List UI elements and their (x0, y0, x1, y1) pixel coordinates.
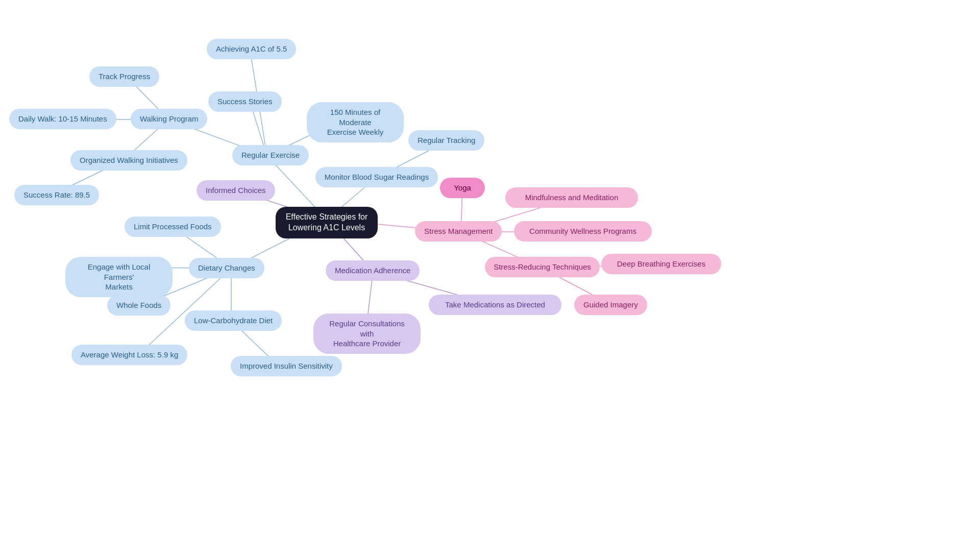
deep-breathing-label: Deep Breathing Exercises (617, 259, 705, 269)
stress-management-node: Stress Management (415, 221, 502, 242)
guided-imagery-node: Guided Imagery (574, 295, 647, 315)
success-stories-label: Success Stories (217, 97, 273, 107)
stress-reducing-label: Stress-Reducing Techniques (494, 262, 591, 272)
center-node: Effective Strategies for Lowering A1C Le… (276, 207, 378, 238)
regular-exercise-label: Regular Exercise (241, 150, 300, 160)
informed-choices-node: Informed Choices (197, 180, 275, 201)
daily-walk-label: Daily Walk: 10-15 Minutes (18, 114, 107, 124)
organized-walking-label: Organized Walking Initiatives (80, 155, 178, 165)
community-wellness-node: Community Wellness Programs (514, 221, 652, 242)
regular-consultations-node: Regular Consultations withHealthcare Pro… (313, 314, 421, 354)
medication-adherence-label: Medication Adherence (335, 266, 410, 276)
yoga-node: Yoga (440, 178, 485, 198)
exercise-150-node: 150 Minutes of ModerateExercise Weekly (307, 102, 404, 142)
success-stories-node: Success Stories (208, 91, 282, 112)
low-carb-label: Low-Carbohydrate Diet (194, 316, 273, 326)
take-meds-label: Take Medications as Directed (445, 300, 545, 310)
exercise-150-label: 150 Minutes of ModerateExercise Weekly (316, 107, 395, 137)
low-carb-node: Low-Carbohydrate Diet (185, 310, 282, 331)
dietary-changes-node: Dietary Changes (189, 258, 264, 278)
achieving-a1c-node: Achieving A1C of 5.5 (207, 39, 296, 59)
improved-insulin-node: Improved Insulin Sensitivity (231, 356, 342, 376)
medication-adherence-node: Medication Adherence (326, 260, 420, 281)
engage-farmers-label: Engage with Local Farmers'Markets (75, 262, 163, 292)
take-meds-node: Take Medications as Directed (429, 295, 561, 315)
limit-processed-node: Limit Processed Foods (125, 217, 221, 237)
regular-tracking-node: Regular Tracking (408, 130, 484, 151)
daily-walk-node: Daily Walk: 10-15 Minutes (9, 109, 116, 129)
engage-farmers-node: Engage with Local Farmers'Markets (65, 257, 173, 297)
improved-insulin-label: Improved Insulin Sensitivity (240, 361, 333, 371)
dietary-changes-label: Dietary Changes (198, 263, 255, 273)
monitor-blood-label: Monitor Blood Sugar Readings (325, 172, 429, 182)
stress-reducing-node: Stress-Reducing Techniques (485, 257, 600, 277)
track-progress-node: Track Progress (89, 66, 159, 87)
center-label: Effective Strategies for Lowering A1C Le… (285, 212, 369, 233)
informed-choices-label: Informed Choices (206, 185, 266, 196)
mindfulness-label: Mindfulness and Meditation (525, 193, 619, 203)
limit-processed-label: Limit Processed Foods (134, 222, 212, 232)
regular-tracking-label: Regular Tracking (418, 135, 475, 146)
success-rate-label: Success Rate: 89.5 (23, 190, 90, 200)
walking-program-node: Walking Program (131, 109, 207, 129)
whole-foods-label: Whole Foods (116, 300, 161, 310)
regular-exercise-node: Regular Exercise (232, 145, 309, 165)
track-progress-label: Track Progress (99, 71, 150, 82)
monitor-blood-node: Monitor Blood Sugar Readings (315, 167, 438, 187)
avg-weight-loss-node: Average Weight Loss: 5.9 kg (71, 345, 187, 365)
organized-walking-node: Organized Walking Initiatives (70, 150, 187, 171)
regular-consultations-label: Regular Consultations withHealthcare Pro… (323, 319, 411, 349)
mindfulness-node: Mindfulness and Meditation (505, 187, 638, 208)
success-rate-node: Success Rate: 89.5 (14, 185, 99, 205)
deep-breathing-node: Deep Breathing Exercises (601, 254, 721, 274)
walking-program-label: Walking Program (140, 114, 198, 124)
stress-management-label: Stress Management (424, 226, 493, 236)
achieving-a1c-label: Achieving A1C of 5.5 (216, 44, 287, 54)
yoga-label: Yoga (454, 183, 471, 193)
community-wellness-label: Community Wellness Programs (529, 226, 636, 236)
whole-foods-node: Whole Foods (107, 295, 170, 316)
guided-imagery-label: Guided Imagery (583, 300, 638, 310)
avg-weight-loss-label: Average Weight Loss: 5.9 kg (81, 350, 178, 360)
